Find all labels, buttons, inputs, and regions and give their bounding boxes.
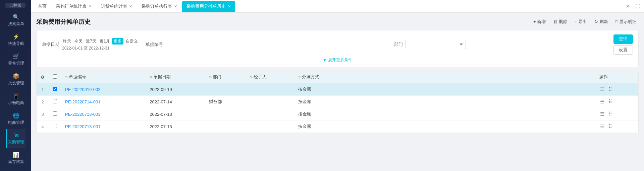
date-shortcut-2[interactable]: 近7天 <box>85 38 97 45</box>
row-more-icon-0[interactable]: ⠿ <box>607 86 613 93</box>
row-doc-num-0: PE-20220919-002 <box>61 83 146 96</box>
handler-column-header[interactable]: ⇅经手人 <box>246 71 294 83</box>
shortcut-icon: ⚡ <box>13 33 19 40</box>
sidebar-item-search[interactable]: 🔍搜索菜单 <box>6 10 25 30</box>
sidebar-label-ecommerce: 电商管理 <box>8 120 24 125</box>
doc-num-link-2[interactable]: PE-20220713-003 <box>65 112 101 117</box>
gear-column-header[interactable]: ⚙ <box>37 71 49 83</box>
sidebar-item-wholesale[interactable]: 📦批发管理 <box>6 70 25 89</box>
dept-select[interactable]: 财务部 <box>406 40 466 49</box>
row-view-icon-3[interactable]: ☰ <box>599 123 605 130</box>
close-tab-purchase-order-summary-icon[interactable]: ✕ <box>89 4 92 9</box>
split-method-column-header[interactable]: ⇅分摊方式 <box>294 71 595 83</box>
doc-date-col-label: 单据日期 <box>153 74 171 80</box>
tab-purchase-order-summary[interactable]: 采购订单统计表✕ <box>52 1 96 12</box>
doc-num-column-header[interactable]: ⇅单据编号 <box>61 71 146 83</box>
sidebar-item-shortcut[interactable]: ⚡快捷导航 <box>6 30 25 50</box>
row-view-icon-1[interactable]: ☰ <box>599 98 605 105</box>
row-checkbox-3[interactable] <box>49 120 61 133</box>
export-button[interactable]: ↑ 导出 <box>573 17 589 26</box>
row-doc-date-3: 2022-07-13 <box>146 120 205 133</box>
dept-col-label: 部门 <box>213 74 221 80</box>
doc-num-link-1[interactable]: PE-20220714-001 <box>65 99 101 104</box>
split-method-col-label: 分摊方式 <box>302 74 319 80</box>
sidebar-label-search: 搜索菜单 <box>8 21 24 27</box>
checkbox-column-header[interactable] <box>49 71 61 83</box>
show-detail-button[interactable]: □ 显示明细 <box>613 17 639 26</box>
close-window-button[interactable]: ✕ <box>625 3 631 10</box>
dept-column-header[interactable]: ⇅部门 <box>205 71 246 83</box>
filter-settings-button[interactable]: 设置 <box>613 45 633 55</box>
close-tab-purchase-order-exec-icon[interactable]: ✕ <box>174 4 177 9</box>
expand-filter-label: 展开更多条件 <box>328 57 352 63</box>
row-split-method-2: 按金额 <box>294 108 595 120</box>
date-filter-group: 单据日期 昨天今天近7天近1月更多自定义 2022-01-01 至 2022-1… <box>42 38 139 51</box>
table-row: 4 PE-20220713-001 2022-07-13 按金额 ☰ ⠿ <box>37 120 638 133</box>
sidebar-label-mobile: 小畅电商 <box>8 100 24 106</box>
sidebar-label-retail: 零售管理 <box>8 61 24 66</box>
tab-label-purchase-cost-history: 采购费用分摊单历史 <box>186 3 226 9</box>
date-shortcut-4[interactable]: 更多 <box>112 38 123 45</box>
delete-button[interactable]: 🗑 删除 <box>551 17 570 26</box>
sidebar-item-retail[interactable]: 🛒零售管理 <box>6 50 25 70</box>
row-doc-date-1: 2022-07-14 <box>146 96 205 108</box>
tab-purchase-cost-history[interactable]: 采购费用分摊单历史✕ <box>182 1 235 12</box>
doc-num-link-0[interactable]: PE-20220919-002 <box>65 87 101 92</box>
table-header-row: ⚙ ⇅单据编号 ⇅单据日期 ⇅部门 ⇅经手人 <box>37 71 638 83</box>
row-doc-date-2: 2022-07-13 <box>146 108 205 120</box>
dept-label: 部门 <box>394 41 403 48</box>
table-row: 2 PE-20220714-001 2022-07-14 财务部 按金额 ☰ ⠿ <box>37 96 638 108</box>
row-num-2: 3 <box>37 108 49 120</box>
row-view-icon-2[interactable]: ☰ <box>599 111 605 117</box>
doc-num-filter-group: 单据编号 <box>146 40 246 49</box>
sidebar-item-inventory[interactable]: 📊库存核算 <box>6 148 25 168</box>
select-all-checkbox[interactable] <box>53 74 57 79</box>
maximize-window-button[interactable]: ⛶ <box>634 3 641 10</box>
row-actions-3: ☰ ⠿ <box>595 120 638 133</box>
row-checkbox-0[interactable] <box>49 83 61 96</box>
row-more-icon-2[interactable]: ⠿ <box>607 111 613 117</box>
tab-label-inbound-summary: 进货单统计表 <box>101 3 127 9</box>
tab-home[interactable]: 首页 <box>34 1 51 12</box>
row-split-method-3: 按金额 <box>294 120 595 133</box>
expand-filter-button[interactable]: ▼ 展开更多条件 <box>42 57 633 63</box>
retail-icon: 🛒 <box>13 53 19 60</box>
date-shortcut-1[interactable]: 今天 <box>73 38 84 45</box>
sort-icon: ⇅ <box>250 75 253 79</box>
row-checkbox-1[interactable] <box>49 96 61 108</box>
add-button[interactable]: + 新增 <box>531 17 548 26</box>
doc-num-link-3[interactable]: PE-20220713-001 <box>65 124 101 129</box>
row-actions-1: ☰ ⠿ <box>595 96 638 108</box>
date-shortcuts: 昨天今天近7天近1月更多自定义 <box>62 38 139 45</box>
sidebar-item-mobile[interactable]: 📱小畅电商 <box>6 89 25 109</box>
query-button[interactable]: 查询 <box>613 34 633 44</box>
tab-actions-area: ✕ ⛶ <box>625 3 641 10</box>
doc-num-col-label: 单据编号 <box>69 74 86 80</box>
content-area: 采购费用分摊单历史 + 新增 🗑 删除 ↑ 导出 ↻ 刷新 □ 显示明细 单据日… <box>31 13 644 171</box>
doc-num-input[interactable] <box>166 40 246 49</box>
row-view-icon-0[interactable]: ☰ <box>599 86 605 93</box>
tab-inbound-summary[interactable]: 进货单统计表✕ <box>97 1 137 12</box>
date-shortcut-3[interactable]: 近1月 <box>99 38 111 45</box>
sidebar-label-wholesale: 批发管理 <box>8 80 24 86</box>
toolbar: + 新增 🗑 删除 ↑ 导出 ↻ 刷新 □ 显示明细 <box>531 17 639 26</box>
close-tab-purchase-cost-history-icon[interactable]: ✕ <box>228 4 231 9</box>
tab-bar: 首页采购订单统计表✕进货单统计表✕采购订单执行表✕采购费用分摊单历史✕ ✕ ⛶ <box>31 0 644 13</box>
row-more-icon-3[interactable]: ⠿ <box>607 123 613 130</box>
sort-icon: ⇅ <box>150 75 152 79</box>
row-checkbox-2[interactable] <box>49 108 61 120</box>
chevron-down-icon: ▼ <box>323 58 327 63</box>
refresh-button[interactable]: ↻ 刷新 <box>592 17 610 26</box>
close-tab-inbound-summary-icon[interactable]: ✕ <box>129 4 132 9</box>
tab-purchase-order-exec[interactable]: 采购订单执行表✕ <box>137 1 181 12</box>
date-shortcut-0[interactable]: 昨天 <box>62 38 72 45</box>
sidebar-item-ecommerce[interactable]: 🌐电商管理 <box>6 109 25 129</box>
row-more-icon-1[interactable]: ⠿ <box>607 98 613 105</box>
sidebar-item-purchase[interactable]: 🛍采购管理 <box>6 129 25 148</box>
row-dept-0 <box>205 83 246 96</box>
sidebar-item-finance[interactable]: 💰资金管理 <box>6 168 25 171</box>
row-dept-2 <box>205 108 246 120</box>
date-shortcut-5[interactable]: 自定义 <box>125 38 139 45</box>
data-table-container: ⚙ ⇅单据编号 ⇅单据日期 ⇅部门 ⇅经手人 <box>36 71 639 133</box>
doc-date-column-header[interactable]: ⇅单据日期 <box>146 71 205 83</box>
